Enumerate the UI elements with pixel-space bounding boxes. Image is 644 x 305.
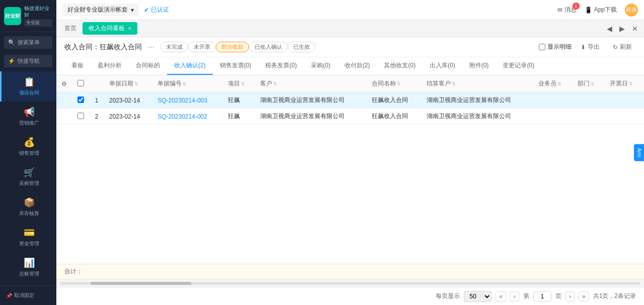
select-all-checkbox[interactable] [77, 80, 84, 86]
prev-page-button[interactable]: ‹ [510, 291, 519, 301]
home-tab[interactable]: 首页 [60, 22, 80, 35]
current-page-input[interactable] [533, 291, 551, 301]
arm-float-button[interactable]: Arm [634, 144, 644, 161]
nav-prev-button[interactable]: ◀ [605, 24, 614, 34]
subtab-采购[interactable]: 采购(0) [304, 57, 338, 75]
order-link[interactable]: SQ-20230214-003 [157, 97, 207, 104]
col-sort-order_no[interactable]: 单据编号⇅ [157, 79, 218, 88]
col-sort-contract[interactable]: 合同名称⇅ [372, 79, 417, 88]
col-sort-end_customer[interactable]: 结算客户⇅ [427, 79, 528, 88]
tabbar-nav: ◀ ▶ ✕ [605, 24, 640, 34]
first-page-button[interactable]: « [496, 291, 506, 301]
sidebar-item-purchase[interactable]: 🛒 采购管理 [0, 162, 56, 192]
per-page-select[interactable]: 50 100 [464, 291, 492, 302]
th-order_no[interactable]: 单据编号⇅ [152, 75, 223, 92]
row-checkbox[interactable] [77, 96, 84, 103]
subtab-销售发票[interactable]: 销售发票(0) [213, 57, 259, 75]
message-button[interactable]: ✉ 消息 1 [557, 6, 577, 14]
subtab-盈利分析[interactable]: 盈利分析 [91, 57, 129, 75]
subtab-合同标的[interactable]: 合同标的 [129, 57, 167, 75]
capital-icon: 💳 [24, 227, 35, 238]
sidebar-item-general[interactable]: 📊 总账管理 [0, 252, 56, 282]
th-customer[interactable]: 客户⇅ [255, 75, 367, 92]
subtab-其他收支[interactable]: 其他收支(0) [377, 57, 423, 75]
th-check [72, 75, 89, 92]
refresh-button[interactable]: ↻ 刷新 [609, 41, 636, 53]
row-checkbox[interactable] [77, 113, 84, 119]
subtab-变更记录[interactable]: 变更记录(0) [496, 57, 541, 75]
last-page-button[interactable]: » [579, 291, 589, 301]
col-sort-date[interactable]: 单据日期⇅ [109, 79, 147, 88]
sidebar-item-project[interactable]: 📋 项目合同 [0, 71, 56, 101]
user-avatar[interactable]: 珠珠 [625, 4, 638, 17]
company-selector[interactable]: 好业财专业版演示帐套 ▾ [62, 4, 139, 16]
sidebar-item-capital[interactable]: 💳 资金管理 [0, 222, 56, 252]
th-project[interactable]: 项目⇅ [223, 75, 255, 92]
th-contract[interactable]: 合同名称⇅ [367, 75, 422, 92]
th-salesperson[interactable]: 业务员⇅ [533, 75, 573, 92]
sidebar-item-label: 资金管理 [19, 240, 39, 247]
chevron-down-icon: ▾ [131, 7, 134, 14]
active-tab[interactable]: 收入合同看板 × [83, 22, 137, 35]
row-check-cell [72, 109, 89, 125]
table-row[interactable]: 12023-02-14SQ-20230214-003狂飙湖南卫视商业运营发展有限… [56, 92, 644, 109]
company-name: 好业财专业版演示帐套 [67, 6, 128, 14]
sidebar-item-marketing[interactable]: 📢 营销推广 [0, 101, 56, 132]
row-number-cell: 2 [89, 109, 104, 125]
th-date[interactable]: 单据日期⇅ [104, 75, 152, 92]
col-sort-salesperson[interactable]: 业务员⇅ [538, 79, 568, 88]
th-department[interactable]: 部门⇅ [573, 75, 605, 92]
col-sort-open_date[interactable]: 开票日⇅ [610, 79, 639, 88]
per-page-label: 每页显示 [436, 292, 460, 300]
order-no-cell: SQ-20230214-003 [152, 92, 223, 109]
display-detail-checkbox[interactable] [539, 44, 545, 50]
search-menu-button[interactable]: 🔍 搜索菜单 [4, 36, 52, 49]
status-confirmed-button[interactable]: 已收入确认 [249, 42, 288, 52]
table-wrapper: ⚙单据日期⇅单据编号⇅项目⇅客户⇅合同名称⇅结算客户⇅业务员⇅部门⇅开票日⇅ 1… [56, 75, 644, 264]
status-effective-button[interactable]: 已生效 [288, 42, 315, 52]
settings-icon[interactable]: ⚙ [61, 80, 67, 87]
col-sort-customer[interactable]: 客户⇅ [260, 79, 362, 88]
col-sort-project[interactable]: 项目⇅ [228, 79, 250, 88]
sort-icon: ⇅ [452, 81, 456, 86]
pagination: 每页显示 50 100 « ‹ 第 页 › » 共1页，2条记录 [56, 287, 644, 305]
status-uncomplete-button[interactable]: 未完成 [160, 42, 188, 52]
subtab-税务发票[interactable]: 税务发票(0) [258, 57, 304, 75]
tab-close-button[interactable]: × [128, 25, 131, 32]
nav-close-button[interactable]: ✕ [630, 24, 640, 34]
scroll-thumb[interactable] [91, 282, 191, 285]
next-page-button[interactable]: › [566, 291, 575, 301]
project-icon: 📋 [24, 76, 35, 87]
subtab-收入确认[interactable]: 收入确认(2) [167, 57, 213, 75]
subtab-出入库[interactable]: 出入库(0) [423, 57, 462, 75]
th-end_customer[interactable]: 结算客户⇅ [422, 75, 533, 92]
th-open_date[interactable]: 开票日⇅ [605, 75, 644, 92]
sidebar-item-inventory[interactable]: 📦 库存核算 [0, 192, 56, 222]
row-settings-cell [56, 109, 72, 125]
page-label-suffix: 页 [555, 292, 561, 300]
status-uninvoiced-button[interactable]: 未开票 [188, 42, 216, 52]
sidebar-item-sales[interactable]: 💰 销售管理 [0, 132, 56, 162]
sidebar-item-label: 营销推广 [19, 120, 39, 127]
more-options-button[interactable]: ··· [148, 43, 154, 52]
app-download-button[interactable]: 📱 App下载 [585, 6, 617, 14]
subtab-附件[interactable]: 附件(0) [462, 57, 496, 75]
horizontal-scrollbar[interactable] [56, 279, 644, 287]
status-partial-button[interactable]: 部分收款 [216, 42, 249, 52]
nav-next-button[interactable]: ▶ [617, 24, 627, 34]
sidebar-bottom: 📌 取消固定 [0, 285, 56, 305]
pin-button[interactable]: 📌 取消固定 [4, 290, 52, 301]
sidebar-search-area: 🔍 搜索菜单 [0, 32, 56, 53]
subtab-看板[interactable]: 看板 [64, 57, 91, 75]
inventory-icon: 📦 [24, 197, 35, 208]
sort-icon: ⇅ [591, 81, 595, 86]
subtab-收付款[interactable]: 收付款(2) [338, 57, 377, 75]
page-header-right: 显示明细 ⬇ 导出 ↻ 刷新 [539, 41, 636, 53]
order-link[interactable]: SQ-20230214-002 [157, 113, 207, 120]
display-detail-toggle[interactable]: 显示明细 [539, 43, 572, 51]
export-button[interactable]: ⬇ 导出 [577, 41, 604, 53]
row-number-cell: 1 [89, 92, 104, 109]
col-sort-department[interactable]: 部门⇅ [578, 79, 600, 88]
quick-nav-button[interactable]: ⚡ 快捷导航 [4, 55, 52, 67]
table-row[interactable]: 22023-02-14SQ-20230214-002狂飙湖南卫视商业运营发展有限… [56, 109, 644, 125]
